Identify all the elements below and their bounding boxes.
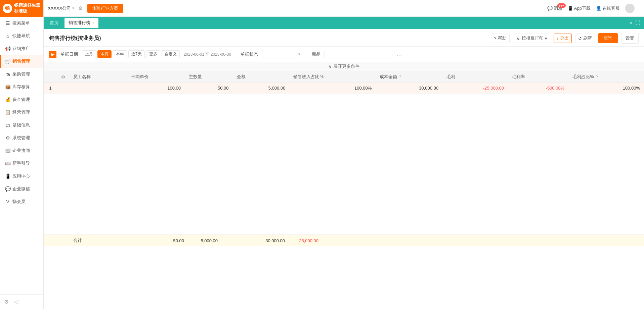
data-table: ⚙ 员工名称 平均单价 主数量 全额 销售收入占比% 成本全额 ? 毛利 毛利率 bbox=[44, 71, 644, 94]
sales-icon: 🛒 bbox=[5, 59, 10, 64]
tab-label: 销售排行榜 bbox=[69, 20, 90, 26]
message-icon: 💬 bbox=[547, 6, 553, 11]
date-filter-label: 单据日期 bbox=[60, 51, 78, 57]
purchase-icon: 🛍 bbox=[5, 71, 10, 77]
refresh-icon: ↺ bbox=[578, 36, 582, 41]
cell-profit: -25,000.00 bbox=[442, 83, 508, 94]
sidebar-item-inventory[interactable]: 📦 库存核算 bbox=[0, 81, 43, 93]
goods-more-icon[interactable]: … bbox=[396, 51, 402, 57]
profit-pct-help-icon[interactable]: ? bbox=[596, 75, 598, 79]
date-btn-this-year[interactable]: 本年 bbox=[113, 50, 127, 58]
sidebar-item-operation[interactable]: 📋 经营管理 bbox=[0, 106, 43, 119]
cell-sales-pct: 100.00% bbox=[289, 83, 376, 94]
guide-icon: 📖 bbox=[5, 161, 10, 166]
sidebar: 畅 畅康通好生意 标准版 ☰ 搜索菜单 ⌂ 快捷导航 📢 营销推广 🛒 销售管理… bbox=[0, 0, 44, 309]
topbar-right: 💬 消息 99+ 📱 App下载 👤 在线客服 bbox=[547, 4, 640, 13]
tab-sales-rank[interactable]: 销售排行榜 × bbox=[65, 18, 98, 28]
quick-nav-icon: ⌂ bbox=[5, 33, 10, 39]
app-download-label: App下载 bbox=[574, 5, 591, 11]
sidebar-item-label: 经营管理 bbox=[12, 109, 30, 115]
sidebar-item-quick-nav[interactable]: ⌂ 快捷导航 bbox=[0, 30, 43, 42]
refresh-btn[interactable]: ↺ 刷新 bbox=[575, 34, 595, 43]
sidebar-item-member[interactable]: V 畅会员 bbox=[0, 195, 43, 208]
date-btn-custom[interactable]: 自定义 bbox=[162, 50, 180, 58]
sidebar-item-capital[interactable]: 💰 资金管理 bbox=[0, 93, 43, 106]
goods-filter-label: 商品 bbox=[312, 51, 320, 57]
topbar-gear-icon[interactable]: ⚙ bbox=[78, 5, 83, 11]
app-center-icon: 📱 bbox=[5, 173, 10, 179]
trial-btn[interactable]: 体验行业方案 bbox=[87, 4, 123, 13]
main-content: XXXXX公司 ▾ ⚙ 体验行业方案 💬 消息 99+ 📱 App下载 👤 在线… bbox=[44, 0, 644, 309]
cell-avg-price: 100.00 bbox=[127, 83, 185, 94]
cell-amount: 5,000.00 bbox=[233, 83, 290, 94]
enterprise-icon: 🏢 bbox=[5, 148, 10, 153]
help-btn[interactable]: ? 帮助 bbox=[491, 34, 509, 43]
print-btn[interactable]: 🖨 按模板打印 ▾ bbox=[513, 34, 550, 43]
sidebar-item-label: 采购管理 bbox=[12, 71, 30, 77]
tab-close-icon[interactable]: × bbox=[92, 21, 94, 25]
col-header-num bbox=[44, 71, 57, 83]
sidebar-item-basic[interactable]: 🗂 基础信息 bbox=[0, 119, 43, 132]
user-avatar[interactable] bbox=[625, 4, 635, 13]
sidebar-item-purchase[interactable]: 🛍 采购管理 bbox=[0, 68, 43, 81]
member-icon: V bbox=[5, 199, 10, 204]
sidebar-item-search-order[interactable]: ☰ 搜索菜单 bbox=[0, 17, 43, 30]
col-header-avg-price: 平均单价 bbox=[127, 71, 185, 83]
online-service-btn[interactable]: 👤 在线客服 bbox=[596, 5, 620, 11]
app-download-btn[interactable]: 📱 App下载 bbox=[568, 5, 591, 11]
date-btn-more[interactable]: 更多 bbox=[146, 50, 160, 58]
sidebar-item-guide[interactable]: 📖 新手引导 bbox=[0, 157, 43, 170]
message-btn[interactable]: 💬 消息 99+ bbox=[547, 5, 562, 11]
col-header-cost: 成本全额 ? bbox=[376, 71, 442, 83]
sidebar-item-enterprise[interactable]: 🏢 企业协同 bbox=[0, 144, 43, 157]
export-icon: ↓ bbox=[557, 36, 559, 41]
print-label: 按模板打印 bbox=[522, 35, 544, 41]
col-header-name: 员工名称 bbox=[69, 71, 127, 83]
service-label: 在线客服 bbox=[602, 5, 620, 11]
cell-cost: 30,000.00 bbox=[376, 83, 442, 94]
collapse-sidebar-icon[interactable]: ◁ bbox=[13, 297, 19, 306]
maximize-window-icon[interactable]: ⛶ bbox=[635, 20, 640, 25]
sidebar-nav: ☰ 搜索菜单 ⌂ 快捷导航 📢 营销推广 🛒 销售管理 🛍 采购管理 📦 库存核… bbox=[0, 17, 43, 294]
system-icon: ⚙ bbox=[5, 135, 10, 141]
settings-btn[interactable]: 设置 bbox=[621, 33, 639, 44]
sidebar-item-label: 系统管理 bbox=[12, 135, 30, 141]
cost-help-icon[interactable]: ? bbox=[399, 75, 401, 79]
footer-profit: -25,000.00 bbox=[285, 238, 318, 243]
tab-home[interactable]: 首页 bbox=[45, 17, 63, 29]
search-order-icon: ☰ bbox=[5, 20, 10, 26]
query-btn[interactable]: 查询 bbox=[598, 33, 618, 43]
status-select-wrap bbox=[262, 50, 302, 58]
table-footer: 合计 50.00 5,000.00 30,000.00 -25,000.00 bbox=[44, 235, 644, 246]
date-btn-this-month[interactable]: 本月 bbox=[97, 50, 112, 58]
col-header-settings[interactable]: ⚙ bbox=[57, 71, 69, 83]
sidebar-item-label: 基础信息 bbox=[12, 122, 30, 128]
filter-toggle-btn[interactable]: ▶ bbox=[49, 51, 56, 58]
app-download-icon: 📱 bbox=[568, 6, 573, 11]
sidebar-item-app-center[interactable]: 📱 应用中心 bbox=[0, 170, 43, 183]
inventory-icon: 📦 bbox=[5, 84, 10, 90]
close-window-icon[interactable]: × bbox=[630, 20, 633, 25]
cell-settings bbox=[57, 83, 69, 94]
sidebar-item-wechat[interactable]: 💬 企业微信 bbox=[0, 183, 43, 195]
settings-bottom-icon[interactable]: ⚙ bbox=[3, 297, 10, 306]
status-select[interactable] bbox=[262, 50, 302, 58]
sidebar-item-label: 营销推广 bbox=[12, 46, 30, 52]
page-title: 销售排行榜(按业务员) bbox=[49, 35, 101, 42]
date-btn-7days[interactable]: 近7天 bbox=[128, 50, 145, 58]
col-header-profit-rate: 毛利率 bbox=[508, 71, 568, 83]
sidebar-bottom: ⚙ ◁ bbox=[0, 294, 43, 309]
goods-filter-input[interactable] bbox=[325, 50, 392, 58]
capital-icon: 💰 bbox=[5, 97, 10, 102]
date-btn-last-month[interactable]: 上月 bbox=[82, 50, 96, 58]
sidebar-item-sales[interactable]: 🛒 销售管理 bbox=[0, 55, 43, 68]
marketing-icon: 📢 bbox=[5, 46, 10, 51]
sidebar-item-marketing[interactable]: 📢 营销推广 bbox=[0, 42, 43, 55]
expand-more-bar[interactable]: ∨ 展开更多条件 bbox=[44, 62, 644, 71]
company-chevron-icon: ▾ bbox=[72, 6, 74, 10]
page-content: 销售排行榜(按业务员) ? 帮助 🖨 按模板打印 ▾ ↓ 导出 bbox=[44, 29, 644, 309]
sidebar-item-system[interactable]: ⚙ 系统管理 bbox=[0, 132, 43, 144]
company-selector[interactable]: XXXXX公司 ▾ bbox=[48, 5, 74, 11]
sidebar-item-label: 企业微信 bbox=[12, 186, 30, 192]
export-btn[interactable]: ↓ 导出 bbox=[554, 34, 572, 43]
